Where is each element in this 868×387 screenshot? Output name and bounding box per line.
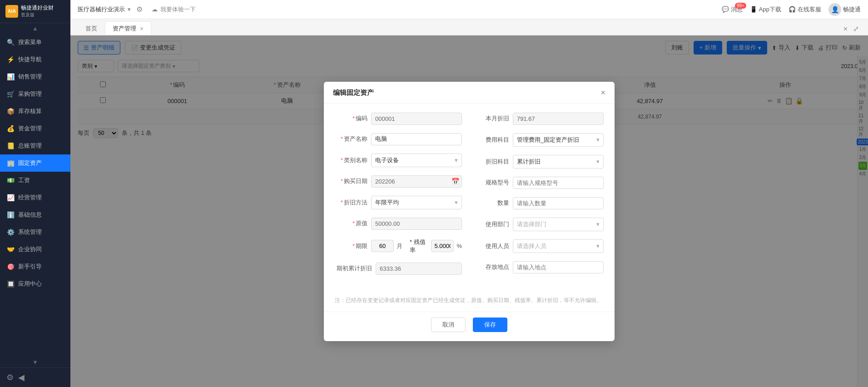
residual-rate-input[interactable] [431, 240, 454, 252]
sidebar-item-sales[interactable]: 📊 销售管理 [0, 68, 70, 85]
sidebar-item-enterprise[interactable]: 🤝 企业协同 [0, 241, 70, 258]
form-row-monthly-depr: 本月折旧 [476, 113, 604, 125]
avatar: 👤 [828, 3, 841, 16]
enterprise-icon: 🤝 [6, 245, 15, 253]
ledger-icon: 📒 [6, 142, 15, 150]
dept-label: 使用部门 [476, 220, 513, 228]
dept-select[interactable]: 请选择部门 ▾ [513, 218, 604, 231]
sidebar-item-basic-info[interactable]: ℹ️ 基础信息 [0, 206, 70, 223]
company-dropdown-icon[interactable]: ▾ [128, 6, 131, 13]
form-row-purchase-date: *购买日期 📅 [335, 175, 462, 188]
tab-asset-mgmt[interactable]: 资产管理 × [105, 21, 151, 35]
name-input[interactable] [371, 133, 462, 145]
tab-actions: × ⤢ [842, 23, 861, 35]
modal-note: 注：已经存在变更记录或者对应固定资产已经生成凭证，原值、购买日期、残值率、累计折… [324, 292, 615, 312]
quantity-input[interactable] [513, 197, 604, 209]
system-icon: ⚙️ [6, 228, 15, 236]
sidebar-item-fixed-assets[interactable]: 🏢 固定资产 [0, 154, 70, 172]
tab-close-asset-mgmt[interactable]: × [140, 25, 144, 32]
depr-method-select[interactable]: 年限平均 ▾ [371, 196, 462, 209]
sidebar-item-system[interactable]: ⚙️ 系统管理 [0, 223, 70, 241]
modal-left-col: *编码 *资产名称 [335, 113, 462, 283]
original-value-label: *原值 [335, 219, 371, 228]
modal-overlay: 编辑固定资产 × *编码 [70, 35, 868, 387]
depr-subject-label: 折旧科目 [476, 158, 513, 166]
message-icon: 💬 [722, 6, 729, 13]
settings-icon[interactable]: ⚙ [6, 372, 14, 382]
messages-btn[interactable]: 💬 消息 99+ [722, 5, 743, 14]
location-input[interactable] [513, 261, 604, 273]
form-row-category: *类别名称 电子设备 ▾ [335, 154, 462, 167]
sidebar-scroll-down[interactable]: ▼ [0, 357, 70, 367]
tab-maximize-btn[interactable]: ⤢ [851, 23, 861, 35]
modal-header: 编辑固定资产 × [324, 82, 615, 104]
purchase-date-wrap: 📅 [371, 175, 462, 188]
experience-btn[interactable]: ☁ 我要体验一下 [152, 5, 196, 14]
page-content: ☰ 资产明细 📄 变更生成凭证 刘账 + 新增 批量操作 ▾ [70, 35, 868, 387]
code-label: *编码 [335, 114, 371, 123]
form-row-depr-subject: 折旧科目 累计折旧 ▾ [476, 155, 604, 169]
person-select[interactable]: 请选择人员 ▾ [513, 239, 604, 253]
form-row-period: *期限 月 * 残值率 % [335, 238, 462, 254]
inventory-icon: 📦 [6, 107, 15, 115]
code-input[interactable] [371, 113, 462, 125]
save-button[interactable]: 保存 [473, 318, 507, 332]
sidebar-item-purchase[interactable]: 🛒 采购管理 [0, 85, 70, 103]
person-label: 使用人员 [476, 242, 513, 250]
modal-right-col: 本月折旧 费用科目 管理费用_固定资产折旧 ▾ [476, 113, 604, 283]
form-row-name: *资产名称 [335, 133, 462, 145]
quicknav-icon: ⚡ [6, 55, 15, 64]
calendar-icon[interactable]: 📅 [451, 178, 459, 185]
expense-subject-select[interactable]: 管理费用_固定资产折旧 ▾ [513, 133, 604, 147]
depr-subject-arrow: ▾ [596, 158, 600, 165]
sidebar-scroll-up[interactable]: ▲ [0, 23, 70, 34]
sales-icon: 📊 [6, 73, 15, 81]
main-area: 医疗器械行业演示 ▾ ⚙ ☁ 我要体验一下 💬 消息 99+ 📱 App下载 🎧… [70, 0, 868, 387]
depr-subject-select[interactable]: 累计折旧 ▾ [513, 155, 604, 169]
headset-icon: 🎧 [789, 6, 796, 13]
tab-home[interactable]: 首页 [78, 21, 105, 35]
app-download-btn[interactable]: 📱 App下载 [750, 5, 781, 14]
modal-close-btn[interactable]: × [600, 88, 605, 98]
sidebar-bottom: ⚙ ◀ [0, 367, 70, 387]
category-select[interactable]: 电子设备 ▾ [371, 154, 462, 167]
sidebar-item-inventory[interactable]: 📦 库存核算 [0, 103, 70, 120]
residual-rate-unit: % [456, 243, 462, 249]
sidebar-item-payroll[interactable]: 💵 工资 [0, 172, 70, 189]
expense-subject-label: 费用科目 [476, 136, 513, 144]
sidebar-item-finance[interactable]: 💰 资金管理 [0, 120, 70, 137]
sidebar-item-search[interactable]: 🔍 搜索菜单 [0, 34, 70, 51]
tab-close-btn[interactable]: × [842, 23, 849, 35]
basic-info-icon: ℹ️ [6, 211, 15, 219]
location-label: 存放地点 [476, 263, 513, 271]
messages-badge: 99+ [735, 3, 746, 9]
online-service-btn[interactable]: 🎧 在线客服 [789, 5, 821, 14]
residual-rate-label: * 残值率 [410, 238, 428, 254]
depr-method-label: *折旧方法 [335, 198, 371, 207]
modal-title: 编辑固定资产 [333, 89, 374, 97]
period-input[interactable] [371, 240, 394, 252]
app-center-icon: 🔲 [6, 280, 15, 288]
monthly-depr-label: 本月折旧 [476, 114, 513, 123]
download-icon: 📱 [750, 6, 757, 13]
sidebar-item-onboarding[interactable]: 🎯 新手引导 [0, 258, 70, 275]
modal-footer: 取消 保存 [324, 312, 615, 341]
original-value-input[interactable] [371, 218, 462, 230]
sidebar-item-app-center[interactable]: 🔲 应用中心 [0, 275, 70, 293]
collapse-icon[interactable]: ◀ [18, 372, 25, 382]
accumulated-depr-input[interactable] [376, 263, 462, 275]
monthly-depr-input[interactable] [513, 113, 604, 125]
cancel-button[interactable]: 取消 [431, 318, 466, 332]
sidebar-item-ledger[interactable]: 📒 总账管理 [0, 137, 70, 154]
accumulated-depr-label: 期初累计折旧 [335, 264, 376, 273]
form-row-spec: 规格型号 [476, 177, 604, 189]
sidebar-item-quicknav[interactable]: ⚡ 快捷导航 [0, 51, 70, 68]
form-row-code: *编码 [335, 113, 462, 125]
spec-input[interactable] [513, 177, 604, 189]
topbar-settings-icon[interactable]: ⚙ [136, 5, 143, 14]
user-avatar[interactable]: 👤 畅捷通 [828, 3, 861, 16]
purchase-date-input[interactable] [371, 175, 462, 188]
sidebar-item-operations[interactable]: 📈 经营管理 [0, 189, 70, 206]
form-row-location: 存放地点 [476, 261, 604, 273]
form-row-depr-method: *折旧方法 年限平均 ▾ [335, 196, 462, 209]
